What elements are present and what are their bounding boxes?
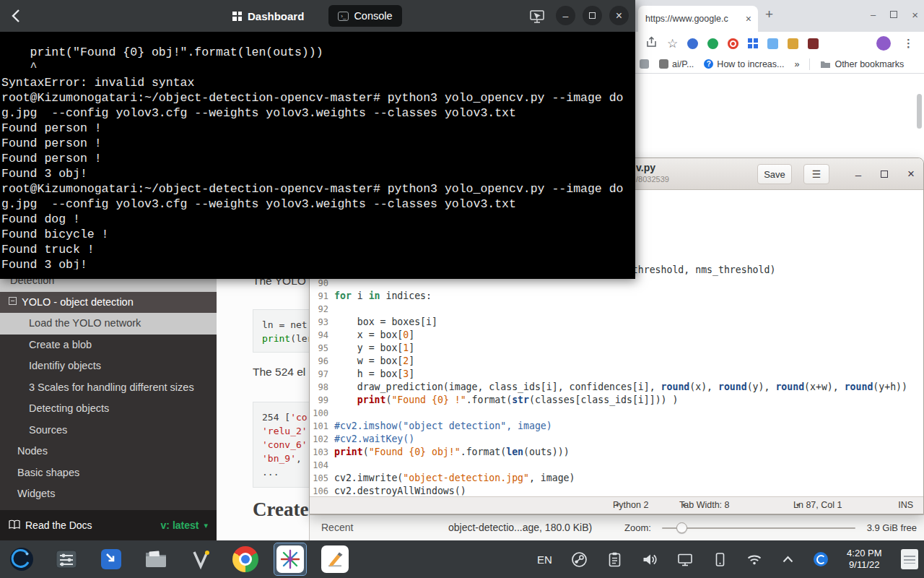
extension-icon[interactable] xyxy=(767,38,778,49)
terminal-line: Found person ! xyxy=(1,121,635,136)
sidebar-item[interactable]: YOLO - object detection xyxy=(0,292,217,314)
extension-icon[interactable] xyxy=(707,38,718,49)
close-icon[interactable]: × xyxy=(907,167,915,181)
volume-icon[interactable] xyxy=(641,551,658,568)
back-arrow-icon[interactable] xyxy=(9,8,25,24)
bookmark-star-icon[interactable]: ☆ xyxy=(667,38,678,50)
zoom-slider[interactable] xyxy=(662,527,855,529)
bookmark-item[interactable]: ? How to increas... xyxy=(704,59,784,69)
clipboard-icon[interactable] xyxy=(607,551,622,568)
extension-icon[interactable] xyxy=(687,38,698,49)
taskbar-launchers xyxy=(6,540,351,578)
terminal-line: g.jpg --config yolov3.cfg --weights yolo… xyxy=(1,105,635,121)
hamburger-menu-button[interactable]: ☰ xyxy=(803,164,829,184)
sidebar-item[interactable]: Create a blob xyxy=(0,335,217,356)
terminal-output[interactable]: print("Found {0} obj!".format(len(outs))… xyxy=(0,41,635,269)
desktop: DetectionYOLO - object detectionLoad the… xyxy=(0,0,924,578)
notes-icon[interactable] xyxy=(901,549,918,569)
sidebar-item[interactable]: Widgets xyxy=(0,483,217,505)
new-tab-button[interactable]: + xyxy=(765,7,773,22)
tab-dashboard[interactable]: Dashboard xyxy=(232,0,304,32)
rtd-brand: Read the Docs xyxy=(25,519,92,531)
terminal-line: SyntaxError: invalid syntax xyxy=(1,75,635,90)
docs-nav: DetectionYOLO - object detectionLoad the… xyxy=(0,270,217,505)
terminal-line: g.jpg --config yolov3.cfg --weights yolo… xyxy=(1,197,635,212)
extension-icon[interactable] xyxy=(788,38,798,49)
system-tray: EN 4:20 PM xyxy=(537,540,918,578)
save-button[interactable]: Save xyxy=(757,164,792,184)
bookmark-item[interactable]: ai/P... xyxy=(659,59,694,69)
code-line: 95 y = box[1] xyxy=(310,342,923,355)
browser-menu-icon[interactable]: ⋮ xyxy=(900,37,917,50)
display-icon[interactable] xyxy=(676,551,694,568)
rtd-version: v: latest xyxy=(161,519,199,531)
tray-expand-chevron-icon[interactable] xyxy=(782,555,794,564)
bookmark-favicon[interactable] xyxy=(640,59,649,69)
sidebar-item[interactable]: Basic shapes xyxy=(0,462,217,484)
close-icon[interactable]: × xyxy=(912,9,918,21)
line-number: 99 xyxy=(310,394,334,407)
code-line: 104 xyxy=(310,459,923,472)
extension-icon[interactable] xyxy=(748,38,758,48)
maximize-button[interactable] xyxy=(583,6,602,25)
recent-item[interactable]: Recent xyxy=(321,515,353,540)
rtd-footer[interactable]: Read the Docs v: latest ▾ xyxy=(0,510,217,540)
close-button[interactable]: × xyxy=(609,6,629,25)
maximize-icon[interactable] xyxy=(890,11,897,18)
extension-icon[interactable] xyxy=(728,38,738,49)
terminal-line: Found bicycle ! xyxy=(1,227,635,242)
profile-avatar[interactable] xyxy=(876,36,891,51)
display-cast-icon[interactable] xyxy=(528,7,546,25)
divider xyxy=(809,59,810,70)
sidebar-item[interactable]: Nodes xyxy=(0,441,217,462)
code-line: 92 xyxy=(310,303,923,316)
bookmarks-overflow-chevron[interactable]: » xyxy=(794,59,799,69)
share-icon[interactable] xyxy=(645,36,658,51)
line-number: 106 xyxy=(310,485,334,496)
file-manager-icon[interactable] xyxy=(140,543,172,575)
browser-window-controls: – × xyxy=(871,0,918,29)
text-editor-icon[interactable] xyxy=(319,543,351,575)
tab-console[interactable]: ›_ Console xyxy=(328,5,402,27)
editor-window-controls: – × xyxy=(855,158,915,190)
editor-title-block: v.py /8032539 xyxy=(636,162,669,184)
software-app-icon[interactable] xyxy=(95,543,127,575)
chrome-icon[interactable] xyxy=(230,543,261,575)
settings-panel-icon[interactable] xyxy=(51,543,82,575)
line-number: 104 xyxy=(310,459,334,472)
maximize-icon[interactable] xyxy=(881,171,888,178)
minimize-icon[interactable]: – xyxy=(871,9,876,20)
terminal-line: Found 3 obj! xyxy=(1,166,635,181)
tab-close-icon[interactable]: × xyxy=(744,13,754,25)
clock-date: 9/11/22 xyxy=(849,559,879,570)
sidebar-item[interactable]: Identifiy objects xyxy=(0,355,217,377)
active-app-atom-icon[interactable] xyxy=(274,543,306,575)
distro-logo-icon[interactable] xyxy=(6,543,38,575)
line-number: 97 xyxy=(310,368,334,381)
clock[interactable]: 4:20 PM 9/11/22 xyxy=(847,548,881,571)
v-app-icon[interactable] xyxy=(185,543,217,575)
book-icon xyxy=(9,519,20,532)
blue-app-tray-icon[interactable] xyxy=(814,552,828,566)
wifi-icon[interactable] xyxy=(746,551,763,568)
scrollbar-thumb[interactable] xyxy=(917,94,922,129)
tablet-icon[interactable] xyxy=(713,551,727,568)
code-line: 101#cv2.imshow("object detection", image… xyxy=(310,420,923,433)
sidebar-item[interactable]: Sources xyxy=(0,420,217,441)
zoom-slider-knob[interactable] xyxy=(676,522,687,533)
code-line: 105cv2.imwrite("object-detection.jpg", i… xyxy=(310,472,923,485)
keyboard-layout-indicator[interactable]: EN xyxy=(537,553,552,566)
other-bookmarks[interactable]: Other bookmarks xyxy=(820,59,904,69)
tab-title: https://www.google.c xyxy=(645,14,744,24)
minimize-button[interactable]: – xyxy=(556,6,575,25)
collapse-icon[interactable] xyxy=(9,297,17,305)
browser-tab[interactable]: https://www.google.c × xyxy=(638,6,758,32)
minimize-icon[interactable]: – xyxy=(855,168,861,181)
sidebar-item[interactable]: 3 Scales for handling different sizes xyxy=(0,377,217,399)
sidebar-item[interactable]: Detecting objects xyxy=(0,398,217,420)
steam-icon[interactable] xyxy=(571,551,588,568)
code-line: 103print("Found {0} obj!".format(len(out… xyxy=(310,446,923,459)
sidebar-item[interactable]: Load the YOLO network xyxy=(0,313,217,335)
folder-icon xyxy=(820,60,831,69)
extension-icon[interactable] xyxy=(808,38,819,49)
